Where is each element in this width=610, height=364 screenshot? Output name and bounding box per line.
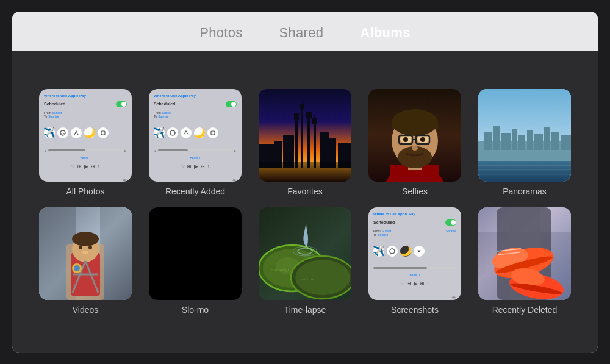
svg-rect-8: [300, 104, 304, 109]
albums-grid: Where to Use Apple Pay Scheduled From Su…: [37, 89, 573, 315]
album-item-all-photos[interactable]: Where to Use Apple Pay Scheduled From Su…: [37, 89, 134, 196]
album-thumb-all-photos: Where to Use Apple Pay Scheduled From Su…: [39, 89, 132, 182]
svg-rect-12: [314, 123, 316, 168]
svg-rect-1: [101, 131, 105, 135]
svg-rect-14: [314, 115, 315, 120]
album-item-timelapse[interactable]: chlorophyll culture Time-lapse: [256, 207, 354, 315]
album-thumb-favorites: [259, 89, 351, 182]
album-label-favorites: Favorites: [287, 187, 323, 196]
album-item-screenshots[interactable]: Where to Use Apple Pay Scheduled From Su…: [366, 207, 464, 315]
svg-rect-7: [301, 107, 303, 168]
svg-rect-28: [392, 123, 438, 129]
album-label-timelapse: Time-lapse: [284, 305, 326, 315]
album-thumb-panoramas: [478, 89, 571, 182]
album-label-panoramas: Panoramas: [503, 187, 547, 196]
svg-rect-45: [527, 130, 533, 150]
album-thumb-timelapse: chlorophyll culture: [259, 207, 351, 300]
svg-text:culture: culture: [301, 277, 314, 281]
svg-rect-5: [295, 120, 298, 168]
nav-item-albums[interactable]: Albums: [360, 25, 410, 41]
album-item-recently-added[interactable]: Where to Use Apple Pay Scheduled From Su…: [146, 89, 244, 196]
svg-point-61: [79, 246, 82, 249]
svg-rect-46: [534, 134, 543, 150]
svg-rect-43: [512, 129, 517, 150]
svg-rect-56: [100, 207, 132, 300]
svg-rect-49: [561, 135, 571, 150]
album-thumb-videos: [39, 207, 132, 300]
album-item-panoramas[interactable]: Panoramas: [476, 89, 573, 196]
svg-text:chlorophyll: chlorophyll: [271, 268, 291, 273]
album-thumb-screenshots: Where to Use Apple Pay Scheduled From Su…: [368, 207, 461, 300]
svg-point-36: [420, 137, 425, 142]
svg-rect-21: [259, 162, 351, 182]
svg-rect-48: [551, 132, 559, 150]
svg-point-0: [60, 130, 65, 135]
album-item-recently-deleted[interactable]: Recently Deleted: [476, 207, 573, 315]
album-label-recently-deleted: Recently Deleted: [492, 305, 558, 315]
svg-rect-9: [303, 101, 304, 106]
tv-frame: Photos Shared Albums Where to Use Apple …: [12, 12, 598, 353]
svg-point-37: [412, 146, 418, 151]
albums-area: Where to Use Apple Pay Scheduled From Su…: [12, 51, 598, 353]
album-label-recently-added: Recently Added: [165, 187, 225, 196]
svg-rect-41: [493, 126, 500, 150]
svg-point-62: [88, 246, 92, 249]
album-label-slomo: Slo-mo: [182, 305, 209, 315]
svg-rect-11: [306, 112, 312, 118]
album-label-screenshots: Screenshots: [391, 305, 439, 315]
svg-rect-6: [294, 113, 299, 120]
svg-point-63: [82, 251, 88, 254]
album-item-slomo[interactable]: Slo-mo: [146, 207, 244, 315]
svg-rect-44: [518, 135, 525, 150]
svg-point-79: [390, 249, 395, 254]
top-nav: Photos Shared Albums: [12, 12, 598, 51]
album-thumb-slomo: [149, 207, 242, 300]
svg-point-60: [72, 232, 99, 246]
album-thumb-recently-added: Where to Use Apple Pay Scheduled From Su…: [149, 89, 242, 182]
svg-rect-47: [544, 127, 550, 150]
svg-point-68: [74, 265, 80, 271]
svg-rect-3: [211, 131, 215, 135]
svg-rect-40: [484, 132, 492, 150]
album-label-videos: Videos: [73, 305, 99, 315]
svg-rect-10: [307, 116, 310, 168]
album-label-selfies: Selfies: [402, 187, 428, 196]
album-item-selfies[interactable]: Selfies: [366, 89, 464, 196]
svg-rect-50: [478, 161, 571, 182]
svg-point-35: [403, 137, 408, 142]
nav-item-photos[interactable]: Photos: [199, 25, 242, 41]
svg-point-2: [170, 130, 175, 135]
album-thumb-selfies: [368, 89, 461, 182]
album-item-favorites[interactable]: Favorites: [256, 89, 354, 196]
album-thumb-recently-deleted: [478, 207, 571, 300]
album-label-all-photos: All Photos: [66, 187, 104, 196]
album-item-videos[interactable]: Videos: [37, 207, 134, 315]
nav-item-shared[interactable]: Shared: [279, 25, 324, 41]
svg-rect-42: [501, 133, 511, 150]
